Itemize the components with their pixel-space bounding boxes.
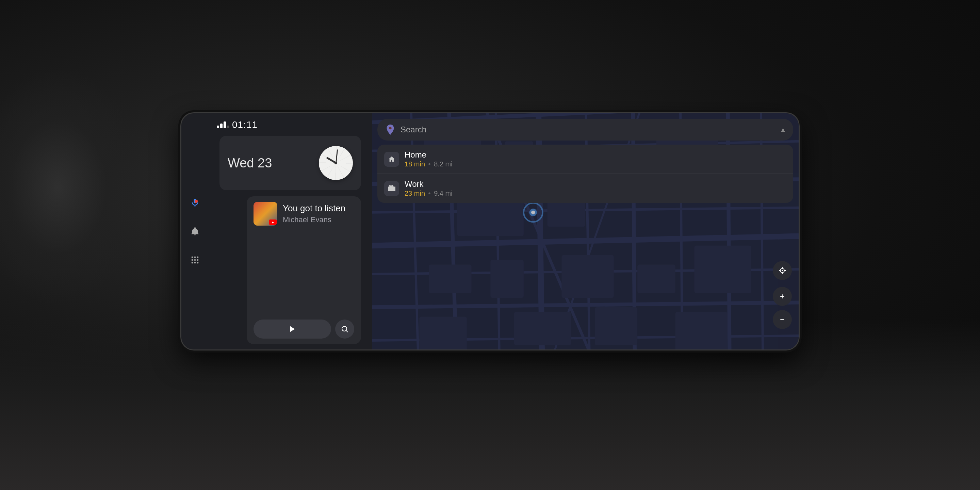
status-bar: 01:11 <box>208 113 372 133</box>
svg-point-13 <box>342 326 347 331</box>
svg-point-3 <box>192 256 193 258</box>
minute-hand <box>336 150 338 163</box>
home-label: Home <box>404 150 786 159</box>
clock-center <box>334 162 337 164</box>
sidebar <box>181 113 208 350</box>
svg-rect-49 <box>595 307 637 345</box>
home-time: 18 min <box>404 160 425 168</box>
signal-bar-2 <box>220 124 223 128</box>
svg-rect-54 <box>388 187 395 190</box>
svg-rect-46 <box>694 246 751 293</box>
apps-button[interactable] <box>186 251 204 269</box>
svg-point-56 <box>782 270 783 271</box>
svg-rect-44 <box>562 255 614 298</box>
date-display: Wed 23 <box>228 156 272 170</box>
svg-rect-48 <box>514 312 571 345</box>
music-search-button[interactable] <box>335 320 354 339</box>
zoom-out-button[interactable]: − <box>773 310 792 329</box>
analog-clock <box>319 146 353 180</box>
svg-marker-12 <box>290 326 295 332</box>
svg-point-5 <box>197 256 199 258</box>
work-distance: 9.4 mi <box>434 189 452 197</box>
svg-point-9 <box>192 262 193 264</box>
signal-bar-1 <box>217 126 219 128</box>
status-time: 01:11 <box>232 119 258 130</box>
clock-widget[interactable]: Wed 23 <box>220 136 361 190</box>
left-main-content: 01:11 Wed 23 <box>181 113 372 350</box>
search-bar[interactable]: Search ▲ <box>377 119 793 140</box>
maps-panel[interactable]: Search ▲ Home <box>372 113 799 350</box>
svg-point-6 <box>192 259 193 261</box>
svg-point-1 <box>195 200 198 203</box>
svg-rect-50 <box>675 312 727 350</box>
chevron-up-icon: ▲ <box>780 126 786 134</box>
destination-cards: Home 18 min • 8.2 mi <box>377 145 793 203</box>
home-icon-container <box>384 152 399 167</box>
youtube-badge <box>269 220 277 225</box>
home-distance: 8.2 mi <box>434 160 452 168</box>
song-title: You got to listen <box>283 203 354 214</box>
music-controls <box>253 320 354 339</box>
work-label: Work <box>404 179 786 189</box>
svg-point-11 <box>197 262 199 264</box>
signal-bar-3 <box>224 121 226 128</box>
zoom-in-button[interactable]: + <box>773 287 792 306</box>
svg-point-4 <box>194 256 196 258</box>
work-details: 23 min • 9.4 mi <box>404 189 786 197</box>
widgets-area: Wed 23 <box>208 133 372 350</box>
signal-strength-icon <box>217 121 229 128</box>
album-art <box>253 202 277 226</box>
work-destination[interactable]: Work 23 min • 9.4 mi <box>377 174 793 203</box>
work-separator: • <box>428 189 433 197</box>
navigation-overlay: Search ▲ Home <box>377 119 793 203</box>
svg-line-14 <box>347 331 348 332</box>
maps-icon <box>384 124 396 136</box>
home-destination[interactable]: Home 18 min • 8.2 mi <box>377 145 793 174</box>
home-info: Home 18 min • 8.2 mi <box>404 150 786 168</box>
notifications-button[interactable] <box>186 223 204 240</box>
work-icon-container <box>384 181 399 196</box>
work-icon <box>388 185 395 192</box>
svg-rect-47 <box>419 317 466 350</box>
play-button[interactable] <box>253 320 331 339</box>
screen-content: 01:11 Wed 23 <box>181 113 799 350</box>
left-panel-wrapper: 01:11 Wed 23 <box>181 113 372 350</box>
svg-point-7 <box>194 259 196 261</box>
music-widget: You got to listen Michael Evans <box>247 196 361 344</box>
svg-rect-42 <box>429 265 471 293</box>
search-placeholder: Search <box>401 125 775 134</box>
signal-bar-4 <box>227 126 229 128</box>
android-auto-display: 01:11 Wed 23 <box>180 112 800 350</box>
svg-rect-45 <box>637 265 675 293</box>
home-separator: • <box>428 160 433 168</box>
svg-point-10 <box>194 262 196 264</box>
music-top: You got to listen Michael Evans <box>253 202 354 226</box>
artist-name: Michael Evans <box>283 215 354 224</box>
svg-rect-43 <box>490 260 524 298</box>
map-controls: + − <box>773 261 792 329</box>
svg-point-53 <box>531 211 535 215</box>
work-info: Work 23 min • 9.4 mi <box>404 179 786 197</box>
home-icon <box>388 156 395 163</box>
microphone-button[interactable] <box>186 194 204 212</box>
home-details: 18 min • 8.2 mi <box>404 160 786 168</box>
music-info: You got to listen Michael Evans <box>283 203 354 224</box>
work-time: 23 min <box>404 189 425 197</box>
location-button[interactable] <box>773 261 792 280</box>
svg-point-8 <box>197 259 199 261</box>
